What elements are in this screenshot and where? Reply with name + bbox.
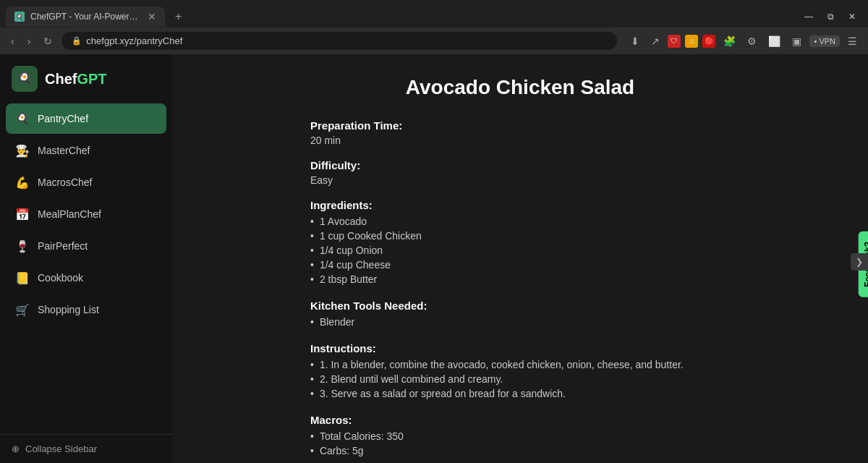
list-item: 2 tbsp Butter bbox=[310, 272, 730, 286]
list-item: 1 cup Cooked Chicken bbox=[310, 229, 730, 243]
list-item: 1/4 cup Onion bbox=[310, 243, 730, 258]
share-icon[interactable]: ↗ bbox=[647, 33, 663, 49]
puzzle-icon[interactable]: 🧩 bbox=[720, 33, 739, 49]
app-layout: 🍳 ChefGPT 🍳 PantryChef 👨‍🍳 MasterChef 💪 … bbox=[0, 54, 868, 463]
difficulty-section: Difficulty: Easy bbox=[310, 159, 730, 186]
browser-actions: ⬇ ↗ 🛡 ⚠ 🔴 🧩 ⚙ ⬜ ▣ • VPN ☰ bbox=[627, 33, 861, 49]
macros-list: Total Calories: 350 Carbs: 5g bbox=[310, 429, 730, 458]
logo-area: 🍳 ChefGPT bbox=[0, 54, 172, 101]
sidebar-item-label-cookbook: Cookbook bbox=[38, 272, 83, 284]
window-icon[interactable]: ⬜ bbox=[765, 33, 784, 49]
sidebar-item-label-master-chef: MasterChef bbox=[38, 145, 90, 156]
sidebar-item-master-chef[interactable]: 👨‍🍳 MasterChef bbox=[6, 135, 166, 166]
ingredients-label: Ingredients: bbox=[310, 199, 730, 211]
sidebar-item-meal-plan-chef[interactable]: 📅 MealPlanChef bbox=[6, 199, 166, 229]
prep-time-label: Preparation Time: bbox=[310, 119, 730, 132]
sidebar-item-cookbook[interactable]: 📒 Cookbook bbox=[6, 263, 166, 293]
forward-button[interactable]: › bbox=[24, 33, 35, 49]
tab-bar: 🍳 ChefGPT - Your AI-Powered Pers... ✕ + … bbox=[0, 0, 868, 27]
sidebar-item-label-meal-plan-chef: MealPlanChef bbox=[38, 208, 101, 220]
active-tab[interactable]: 🍳 ChefGPT - Your AI-Powered Pers... ✕ bbox=[6, 7, 165, 27]
extension-warn-icon[interactable]: ⚠ bbox=[685, 35, 698, 48]
download-icon[interactable]: ⬇ bbox=[627, 33, 643, 49]
nav-items: 🍳 PantryChef 👨‍🍳 MasterChef 💪 MacrosChef… bbox=[0, 101, 172, 434]
difficulty-value: Easy bbox=[310, 174, 730, 186]
tool-list: Blender bbox=[310, 315, 730, 329]
instructions-label: Instructions: bbox=[310, 342, 730, 354]
sidebar: 🍳 ChefGPT 🍳 PantryChef 👨‍🍳 MasterChef 💪 … bbox=[0, 54, 172, 463]
ingredients-section: Ingredients: 1 Avocado 1 cup Cooked Chic… bbox=[310, 199, 730, 286]
url-text: chefgpt.xyz/pantryChef bbox=[86, 35, 182, 46]
settings-icon[interactable]: ⚙ bbox=[744, 33, 760, 49]
list-item: 1/4 cup Cheese bbox=[310, 258, 730, 272]
sidebar-item-label-shopping-list: Shopping List bbox=[38, 304, 99, 315]
list-item: 2. Blend until well combined and creamy. bbox=[310, 372, 730, 386]
reload-button[interactable]: ↻ bbox=[40, 33, 56, 49]
macros-label: Macros: bbox=[310, 414, 730, 426]
list-item: 3. Serve as a salad or spread on bread f… bbox=[310, 386, 730, 401]
list-item: 1 Avocado bbox=[310, 214, 730, 229]
logo-text: ChefGPT bbox=[45, 71, 107, 88]
difficulty-label: Difficulty: bbox=[310, 159, 730, 171]
feedback-arrow-icon[interactable]: ❯ bbox=[851, 253, 868, 271]
sidebar-item-pair-perfect[interactable]: 🍷 PairPerfect bbox=[6, 231, 166, 261]
logo-chef: Chef bbox=[45, 71, 77, 87]
maximize-button[interactable]: ⧉ bbox=[820, 7, 841, 27]
logo-icon: 🍳 bbox=[12, 66, 38, 92]
prep-time-value: 20 min bbox=[310, 135, 730, 146]
vpn-badge[interactable]: • VPN bbox=[809, 35, 840, 47]
pantry-chef-icon: 🍳 bbox=[14, 111, 30, 127]
close-button[interactable]: ✕ bbox=[842, 7, 862, 27]
extension-red-icon[interactable]: 🔴 bbox=[702, 35, 715, 48]
minimize-button[interactable]: — bbox=[799, 7, 819, 27]
sidebar-item-label-pantry-chef: PantryChef bbox=[38, 113, 88, 124]
recipe-container: Avocado Chicken Salad Preparation Time: … bbox=[310, 76, 730, 458]
sidebar-item-macros-chef[interactable]: 💪 MacrosChef bbox=[6, 167, 166, 197]
window-controls: — ⧉ ✕ bbox=[799, 7, 862, 27]
recipe-title: Avocado Chicken Salad bbox=[310, 76, 730, 99]
tab-favicon: 🍳 bbox=[14, 12, 25, 22]
main-content: Avocado Chicken Salad Preparation Time: … bbox=[172, 54, 868, 463]
collapse-sidebar-button[interactable]: ⊕ Collapse Sidebar bbox=[12, 443, 161, 454]
meal-plan-chef-icon: 📅 bbox=[14, 206, 30, 222]
ingredient-list: 1 Avocado 1 cup Cooked Chicken 1/4 cup O… bbox=[310, 214, 730, 286]
prep-time-section: Preparation Time: 20 min bbox=[310, 119, 730, 146]
sidebar-icon[interactable]: ▣ bbox=[788, 33, 805, 49]
list-item: Total Calories: 350 bbox=[310, 429, 730, 443]
pair-perfect-icon: 🍷 bbox=[14, 238, 30, 254]
back-button[interactable]: ‹ bbox=[7, 33, 18, 49]
list-item: Carbs: 5g bbox=[310, 443, 730, 458]
tools-section: Kitchen Tools Needed: Blender bbox=[310, 300, 730, 329]
instruction-list: 1. In a blender, combine the avocado, co… bbox=[310, 357, 730, 401]
browser-chrome: 🍳 ChefGPT - Your AI-Powered Pers... ✕ + … bbox=[0, 0, 868, 54]
new-tab-button[interactable]: + bbox=[168, 6, 189, 27]
sidebar-item-label-macros-chef: MacrosChef bbox=[38, 177, 92, 188]
cookbook-icon: 📒 bbox=[14, 270, 30, 286]
sidebar-item-shopping-list[interactable]: 🛒 Shopping List bbox=[6, 294, 166, 325]
macros-chef-icon: 💪 bbox=[14, 174, 30, 190]
address-bar[interactable]: 🔒 chefgpt.xyz/pantryChef bbox=[61, 32, 617, 50]
sidebar-footer: ⊕ Collapse Sidebar bbox=[0, 434, 172, 463]
shopping-list-icon: 🛒 bbox=[14, 302, 30, 318]
tools-label: Kitchen Tools Needed: bbox=[310, 300, 730, 312]
tab-title: ChefGPT - Your AI-Powered Pers... bbox=[30, 12, 142, 22]
list-item: Blender bbox=[310, 315, 730, 329]
lock-icon: 🔒 bbox=[72, 36, 82, 46]
master-chef-icon: 👨‍🍳 bbox=[14, 143, 30, 158]
logo-gpt: GPT bbox=[77, 71, 106, 87]
sidebar-item-label-pair-perfect: PairPerfect bbox=[38, 240, 88, 252]
collapse-icon: ⊕ bbox=[12, 443, 20, 454]
tab-close-button[interactable]: ✕ bbox=[148, 11, 156, 22]
menu-icon[interactable]: ☰ bbox=[844, 33, 861, 49]
instructions-section: Instructions: 1. In a blender, combine t… bbox=[310, 342, 730, 401]
extension-brave-icon[interactable]: 🛡 bbox=[668, 35, 681, 48]
macros-section: Macros: Total Calories: 350 Carbs: 5g bbox=[310, 414, 730, 458]
browser-controls: ‹ › ↻ 🔒 chefgpt.xyz/pantryChef ⬇ ↗ 🛡 ⚠ 🔴… bbox=[0, 27, 868, 54]
collapse-label: Collapse Sidebar bbox=[25, 443, 97, 454]
list-item: 1. In a blender, combine the avocado, co… bbox=[310, 357, 730, 372]
sidebar-item-pantry-chef[interactable]: 🍳 PantryChef bbox=[6, 103, 166, 134]
